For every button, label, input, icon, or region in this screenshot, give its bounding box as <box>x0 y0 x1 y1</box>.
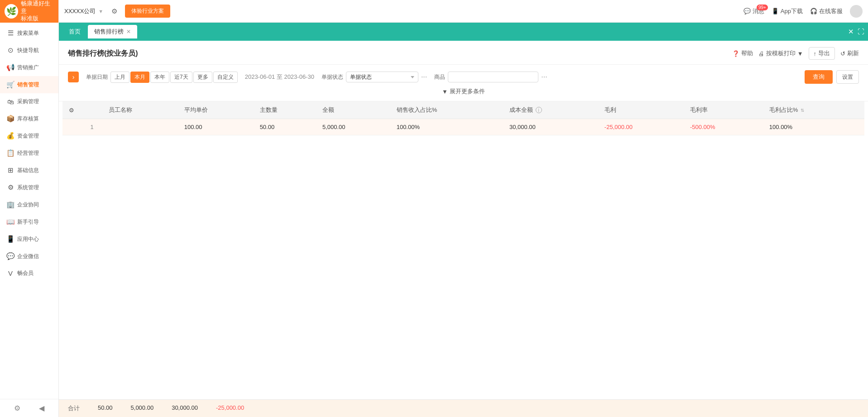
sidebar-item-enterprise[interactable]: 🏢企业协同 <box>0 196 58 213</box>
date-btn-custom[interactable]: 自定义 <box>213 72 238 83</box>
sidebar-label-wechat: 企业微信 <box>17 253 39 260</box>
online-service-button[interactable]: 🎧 在线客服 <box>810 7 843 15</box>
footer-amount: 5,000.00 <box>131 404 154 412</box>
sidebar-item-shortcut[interactable]: ⊙快捷导航 <box>0 42 58 59</box>
purchase-icon: 🛍 <box>6 98 14 105</box>
cost-info-icon[interactable]: i <box>536 107 542 113</box>
app-download-button[interactable]: 📱 App下载 <box>772 7 803 15</box>
sidebar-settings-icon[interactable]: ⚙ <box>14 404 20 412</box>
tab-home[interactable]: 首页 <box>62 25 87 38</box>
page-title: 销售排行榜(按业务员) <box>68 49 138 58</box>
sidebar-item-guide[interactable]: 📖新手引导 <box>0 213 58 230</box>
tab-close-all-icon[interactable]: ✕ <box>848 28 854 36</box>
marketing-icon: 📢 <box>6 63 14 72</box>
tab-sales-ranking[interactable]: 销售排行榜 ✕ <box>88 25 137 38</box>
goods-filter-group: 商品 ··· <box>434 72 547 82</box>
header-right: 💬 消息 99+ 📱 App下载 🎧 在线客服 <box>743 5 863 18</box>
footer-label: 合计 <box>68 404 80 412</box>
th-profit-rate: 毛利率 <box>685 101 764 119</box>
tab-bar: 首页 销售排行榜 ✕ ✕ ⛶ <box>59 23 868 41</box>
sidebar-bottom: ⚙ ◀ <box>0 399 58 417</box>
user-avatar[interactable] <box>850 5 863 18</box>
trial-button[interactable]: 体验行业方案 <box>125 5 170 18</box>
sidebar-item-sales[interactable]: 🛒销售管理 <box>0 76 58 93</box>
filter-row: › 单据日期 上月 本月 本年 近7天 更多 自定义 2023-06-0 <box>68 70 859 84</box>
row-profit-rate-0: -500.00% <box>685 119 764 135</box>
sidebar-label-sales: 销售管理 <box>17 81 39 89</box>
company-selector[interactable]: XXXXX公司 ▼ <box>64 7 103 15</box>
th-profit: 毛利 <box>599 101 685 119</box>
help-button[interactable]: ❓ 帮助 <box>732 49 753 58</box>
header-settings-icon[interactable]: ⚙ <box>108 5 120 18</box>
sidebar-item-marketing[interactable]: 📢营销推广 <box>0 59 58 76</box>
tab-close-icon[interactable]: ✕ <box>126 29 131 35</box>
data-table: ⚙ 员工名称 平均单价 主数量 全额 销售收入占比% 成本全额 i 毛利 毛利率… <box>62 101 864 135</box>
tab-fullscreen-icon[interactable]: ⛶ <box>858 28 864 36</box>
wechat-icon: 💬 <box>6 252 14 260</box>
sidebar-item-search[interactable]: ☰搜索菜单 <box>0 24 58 42</box>
sidebar-label-operation: 经营管理 <box>17 149 39 157</box>
date-btn-current-month[interactable]: 本月 <box>130 72 149 83</box>
sidebar-item-finance[interactable]: 💰资金管理 <box>0 127 58 144</box>
row-amount-0: 5,000.00 <box>317 119 391 135</box>
row-avg-price-0: 100.00 <box>179 119 254 135</box>
date-btn-prev-month[interactable]: 上月 <box>110 72 129 83</box>
download-icon: 📱 <box>772 8 779 14</box>
sidebar-item-operation[interactable]: 📋经营管理 <box>0 144 58 162</box>
settings-small-button[interactable]: 设置 <box>836 70 859 84</box>
date-btn-more[interactable]: 更多 <box>193 72 212 83</box>
goods-input[interactable] <box>448 72 538 82</box>
sidebar-label-purchase: 采购管理 <box>17 98 39 105</box>
finance-icon: 💰 <box>6 132 14 140</box>
print-icon: 🖨 <box>758 50 764 57</box>
date-filter-group: 单据日期 上月 本月 本年 近7天 更多 自定义 <box>86 72 238 83</box>
profit-pct-sort-icon[interactable]: ⇅ <box>801 108 804 113</box>
sidebar-label-marketing: 营销推广 <box>17 64 39 72</box>
sales-icon: 🛒 <box>6 81 14 89</box>
sidebar-collapse-icon[interactable]: ◀ <box>39 404 44 412</box>
table-footer: 合计 50.00 5,000.00 30,000.00 -25,000.00 <box>59 399 868 417</box>
filter-expand-icon[interactable]: › <box>68 72 79 82</box>
sidebar-item-member[interactable]: V畅会员 <box>0 265 58 282</box>
logo-text: 畅康通好生意 标准版 <box>21 0 54 23</box>
headset-icon: 🎧 <box>810 8 817 14</box>
th-sales-pct: 销售收入占比% <box>391 101 504 119</box>
status-select[interactable]: 单据状态 <box>346 72 418 82</box>
sidebar-item-inventory[interactable]: 📦库存核算 <box>0 110 58 127</box>
th-name: 员工名称 <box>103 101 179 119</box>
sidebar-item-basic[interactable]: ⊞基础信息 <box>0 162 58 179</box>
print-button[interactable]: 🖨 按模板打印 ▼ <box>758 49 803 58</box>
sidebar-label-finance: 资金管理 <box>17 132 39 140</box>
row-cost-0: 30,000.00 <box>504 119 599 135</box>
status-more-icon[interactable]: ··· <box>421 73 427 81</box>
enterprise-icon: 🏢 <box>6 201 14 209</box>
message-button[interactable]: 💬 消息 99+ <box>743 7 764 15</box>
export-button[interactable]: ↑ 导出 <box>809 47 835 60</box>
sidebar-label-apps: 应用中心 <box>17 235 39 243</box>
query-button[interactable]: 查询 <box>805 70 833 84</box>
date-btn-current-year[interactable]: 本年 <box>150 72 169 83</box>
footer-amount-item: 5,000.00 <box>131 404 154 412</box>
print-chevron-icon: ▼ <box>797 50 803 57</box>
table-header-row: ⚙ 员工名称 平均单价 主数量 全额 销售收入占比% 成本全额 i 毛利 毛利率… <box>62 101 864 119</box>
status-filter-group: 单据状态 单据状态 ··· <box>321 72 427 82</box>
sidebar-item-system[interactable]: ⚙系统管理 <box>0 179 58 196</box>
sidebar-label-system: 系统管理 <box>17 184 39 192</box>
sidebar-nav: ☰搜索菜单⊙快捷导航📢营销推广🛒销售管理🛍采购管理📦库存核算💰资金管理📋经营管理… <box>0 23 58 399</box>
goods-more-icon[interactable]: ··· <box>541 73 547 81</box>
table-row: 1 100.00 50.00 5,000.00 100.00% 30,000.0… <box>62 119 864 135</box>
guide-icon: 📖 <box>6 218 14 226</box>
sidebar-item-purchase[interactable]: 🛍采购管理 <box>0 93 58 110</box>
operation-icon: 📋 <box>6 149 14 157</box>
row-profit-0: -25,000.00 <box>599 119 685 135</box>
date-btn-7days[interactable]: 近7天 <box>170 72 192 83</box>
refresh-button[interactable]: ↺ 刷新 <box>840 49 859 58</box>
sidebar-item-apps[interactable]: 📱应用中心 <box>0 230 58 248</box>
th-avg-price: 平均单价 <box>179 101 254 119</box>
refresh-icon: ↺ <box>840 50 845 57</box>
member-icon: V <box>6 269 14 277</box>
goods-filter-label: 商品 <box>434 73 445 81</box>
footer-qty-item: 50.00 <box>98 404 113 412</box>
sidebar-item-wechat[interactable]: 💬企业微信 <box>0 248 58 265</box>
expand-more-button[interactable]: ▼ 展开更多条件 <box>68 87 859 96</box>
